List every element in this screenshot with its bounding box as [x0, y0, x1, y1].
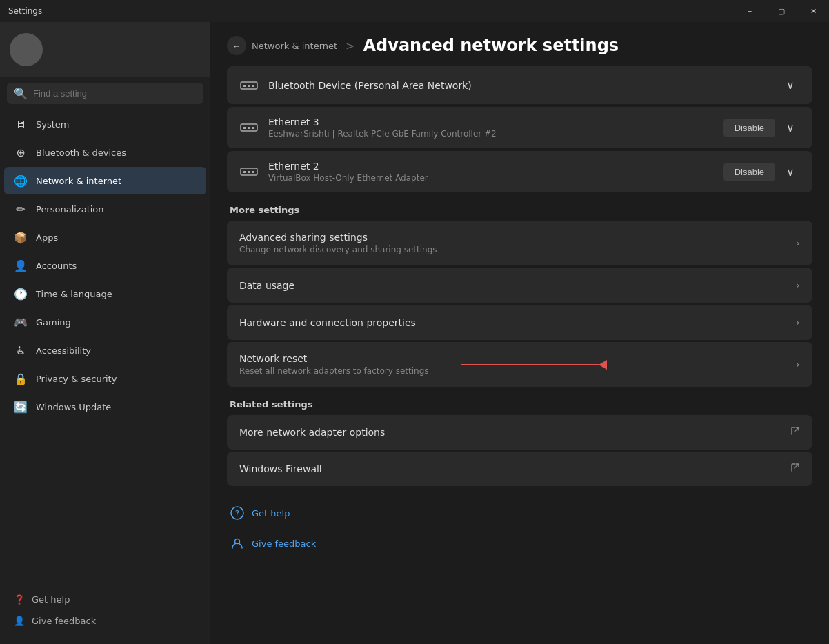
adapter-ethernet3: Ethernet 3 EeshwarSrishti | Realtek PCIe… — [227, 107, 812, 148]
settings-row-data-usage[interactable]: Data usage › — [227, 268, 812, 303]
settings-row-advanced-sharing[interactable]: Advanced sharing settings Change network… — [227, 221, 812, 265]
settings-row-wrap-hardware-connection: Hardware and connection properties › — [227, 305, 812, 340]
settings-row-wrap-network-reset: Network reset Reset all network adapters… — [227, 342, 812, 387]
sidebar-item-personalization[interactable]: ✏ Personalization — [4, 195, 206, 223]
adapter-name-ethernet3: Ethernet 3 — [268, 117, 497, 128]
sidebar-bottom-help[interactable]: ❓Get help — [4, 589, 206, 610]
user-avatar-section — [0, 22, 210, 77]
more-settings-list: Advanced sharing settings Change network… — [227, 221, 812, 387]
sidebar-bottom-feedback[interactable]: 👤Give feedback — [4, 610, 206, 632]
adapter-name-ethernet2: Ethernet 2 — [268, 161, 428, 172]
nav-icon-system: 🖥 — [14, 117, 28, 131]
disable-btn-ethernet3[interactable]: Disable — [723, 119, 775, 137]
sidebar-item-privacy[interactable]: 🔒 Privacy & security — [4, 365, 206, 392]
page-title: Advanced network settings — [363, 36, 619, 55]
nav-icon-privacy: 🔒 — [14, 372, 28, 385]
sidebar-item-system[interactable]: 🖥 System — [4, 110, 206, 138]
nav-icon-update: 🔄 — [14, 400, 28, 414]
svg-rect-10 — [248, 171, 250, 173]
settings-row-wrap-data-usage: Data usage › — [227, 268, 812, 303]
settings-title-data-usage: Data usage — [239, 280, 796, 291]
chevron-icon-advanced-sharing: › — [796, 237, 800, 250]
sidebar-item-accounts[interactable]: 👤 Accounts — [4, 252, 206, 279]
maximize-button[interactable]: ▢ — [766, 0, 797, 22]
sidebar-item-time[interactable]: 🕐 Time & language — [4, 280, 206, 308]
feedback-icon: 👤 — [14, 616, 25, 626]
settings-row-network-adapter-options[interactable]: More network adapter options — [227, 415, 812, 450]
adapter-expand-btn[interactable]: ∨ — [781, 76, 800, 94]
settings-title-hardware-connection: Hardware and connection properties — [239, 317, 796, 328]
nav-icon-personalization: ✏ — [14, 202, 28, 216]
adapter-ethernet2: Ethernet 2 VirtualBox Host-Only Ethernet… — [227, 151, 812, 192]
svg-rect-9 — [243, 171, 246, 173]
svg-rect-1 — [243, 85, 246, 87]
settings-row-network-reset[interactable]: Network reset Reset all network adapters… — [227, 342, 812, 387]
help-section: ? Get help Give feedback — [227, 500, 812, 556]
svg-rect-7 — [252, 127, 254, 129]
search-box[interactable]: 🔍 — [7, 83, 203, 104]
adapter-name: Bluetooth Device (Personal Area Network) — [268, 80, 472, 91]
adapter-desc-ethernet3: EeshwarSrishti | Realtek PCIe GbE Family… — [268, 129, 497, 139]
adapter-desc-ethernet2: VirtualBox Host-Only Ethernet Adapter — [268, 173, 428, 183]
nav-label-gaming: Gaming — [36, 317, 71, 328]
back-button[interactable]: ← — [227, 36, 246, 55]
sidebar-item-accessibility[interactable]: ♿ Accessibility — [4, 336, 206, 364]
sidebar-item-network[interactable]: 🌐 Network & internet — [4, 167, 206, 194]
nav-icon-network: 🌐 — [14, 174, 28, 188]
settings-desc-advanced-sharing: Change network discovery and sharing set… — [239, 245, 796, 254]
adapter-left: Bluetooth Device (Personal Area Network) — [239, 78, 472, 93]
help-link-get-help[interactable]: ? Get help — [227, 500, 812, 526]
search-section: 🔍 — [0, 77, 210, 110]
settings-row-windows-firewall[interactable]: Windows Firewall — [227, 452, 812, 486]
get-help-label: Get help — [252, 508, 290, 519]
svg-rect-11 — [252, 171, 254, 173]
external-icon-windows-firewall — [790, 463, 800, 475]
nav-label-update: Windows Update — [36, 402, 111, 412]
nav-icon-gaming: 🎮 — [14, 315, 28, 329]
adapter-icon-ethernet3 — [239, 120, 259, 135]
adapter-expand-btn-ethernet3[interactable]: ∨ — [781, 119, 800, 137]
settings-title-advanced-sharing: Advanced sharing settings — [239, 232, 796, 243]
adapter-icon — [239, 78, 259, 93]
app-title: Settings — [8, 6, 42, 16]
nav-label-accounts: Accounts — [36, 261, 77, 271]
svg-text:?: ? — [235, 509, 239, 519]
breadcrumb: Network & internet — [252, 41, 337, 51]
window-controls: − ▢ ✕ — [734, 0, 829, 22]
close-button[interactable]: ✕ — [797, 0, 829, 22]
search-input[interactable] — [33, 88, 197, 99]
nav-icon-accessibility: ♿ — [14, 343, 28, 357]
more-settings-header: More settings — [227, 205, 812, 215]
minimize-button[interactable]: − — [734, 0, 766, 22]
nav-icon-time: 🕐 — [14, 287, 28, 301]
help-link-give-feedback[interactable]: Give feedback — [227, 530, 812, 556]
sidebar: 🔍 🖥 System ⊕ Bluetooth & devices 🌐 Netwo… — [0, 22, 210, 644]
sidebar-item-apps[interactable]: 📦 Apps — [4, 223, 206, 251]
chevron-icon-hardware-connection: › — [796, 316, 800, 329]
nav-label-privacy: Privacy & security — [36, 374, 117, 384]
sidebar-item-update[interactable]: 🔄 Windows Update — [4, 393, 206, 421]
nav-label-system: System — [36, 119, 69, 130]
chevron-icon-data-usage: › — [796, 279, 800, 292]
svg-rect-5 — [243, 127, 246, 129]
settings-title-windows-firewall: Windows Firewall — [239, 463, 790, 474]
svg-rect-3 — [252, 85, 254, 87]
back-icon: ← — [232, 41, 241, 51]
nav-icon-bluetooth: ⊕ — [14, 145, 28, 159]
nav-label-accessibility: Accessibility — [36, 345, 91, 356]
breadcrumb-separator: > — [346, 39, 354, 52]
sidebar-item-bluetooth[interactable]: ⊕ Bluetooth & devices — [4, 139, 206, 166]
settings-title-network-reset: Network reset — [239, 353, 796, 364]
settings-title-network-adapter-options: More network adapter options — [239, 427, 790, 438]
adapters-list: Bluetooth Device (Personal Area Network)… — [227, 66, 812, 192]
adapter-expand-btn-ethernet2[interactable]: ∨ — [781, 163, 800, 181]
svg-rect-6 — [248, 127, 250, 129]
nav-icon-apps: 📦 — [14, 230, 28, 244]
nav-label-apps: Apps — [36, 232, 58, 243]
sidebar-item-gaming[interactable]: 🎮 Gaming — [4, 308, 206, 336]
chevron-icon-network-reset: › — [796, 358, 800, 371]
avatar — [10, 33, 43, 66]
disable-btn-ethernet2[interactable]: Disable — [723, 163, 775, 181]
settings-row-hardware-connection[interactable]: Hardware and connection properties › — [227, 305, 812, 340]
give-feedback-icon — [230, 536, 245, 551]
